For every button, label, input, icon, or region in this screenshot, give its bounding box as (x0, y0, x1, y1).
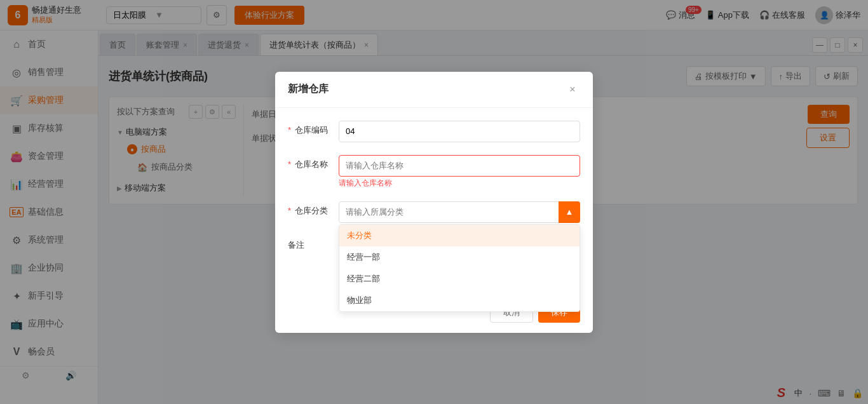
name-error-msg: 请输入仓库名称 (339, 178, 580, 189)
code-input-wrap (339, 121, 580, 142)
dialog-add-warehouse: 新增仓库 × * 仓库编码 * 仓库名称 (275, 72, 593, 333)
dialog-title: 新增仓库 (288, 83, 329, 96)
category-label: * 仓库分类 (288, 201, 339, 217)
form-field-category: * 仓库分类 ▲ 未分类 经营一部 经营二部 物业部 (288, 201, 580, 223)
chevron-up-icon: ▲ (566, 207, 574, 217)
category-input-wrap: ▲ 未分类 经营一部 经营二部 物业部 (339, 201, 580, 223)
dropdown-item-property[interactable]: 物业部 (339, 290, 580, 311)
dialog-close-button[interactable]: × (565, 82, 580, 97)
form-field-name: * 仓库名称 请输入仓库名称 (288, 155, 580, 189)
category-required-star: * (288, 206, 291, 215)
category-toggle-btn[interactable]: ▲ (559, 201, 580, 223)
dropdown-item-ops2[interactable]: 经营二部 (339, 268, 580, 290)
code-required-star: * (288, 125, 291, 135)
category-input[interactable] (339, 201, 580, 223)
code-label: * 仓库编码 (288, 121, 339, 136)
dropdown-item-unclassified[interactable]: 未分类 (339, 225, 580, 246)
dialog-header: 新增仓库 × (275, 72, 593, 108)
name-input-wrap: 请输入仓库名称 (339, 155, 580, 189)
code-input[interactable] (339, 121, 580, 142)
name-label: * 仓库名称 (288, 155, 339, 170)
name-required-star: * (288, 159, 291, 169)
dialog-body: * 仓库编码 * 仓库名称 请输入仓库名称 (275, 108, 593, 282)
form-field-code: * 仓库编码 (288, 121, 580, 142)
dropdown-item-ops1[interactable]: 经营一部 (339, 246, 580, 268)
name-input[interactable] (339, 155, 580, 177)
note-label: 备注 (288, 236, 339, 251)
category-dropdown-list: 未分类 经营一部 经营二部 物业部 (339, 224, 580, 312)
modal-overlay: 新增仓库 × * 仓库编码 * 仓库名称 (0, 0, 868, 404)
